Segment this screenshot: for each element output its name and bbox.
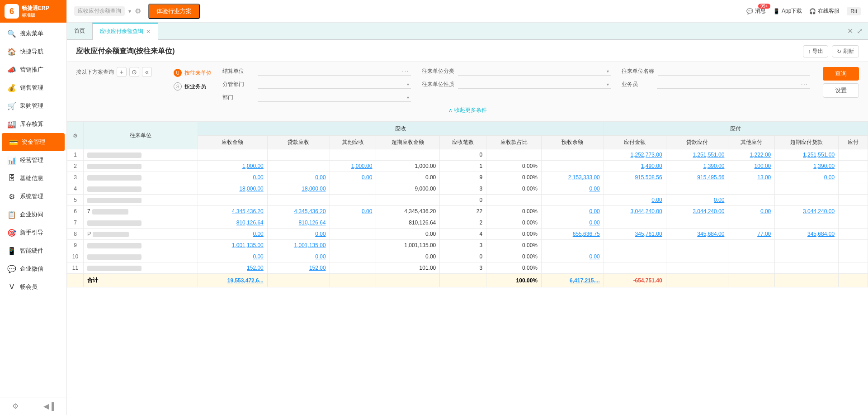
finance-icon: 💳 xyxy=(9,138,18,147)
sidebar-item-hardware[interactable]: 📱智能硬件 xyxy=(0,242,66,260)
settings-bottom-icon[interactable]: ⚙ xyxy=(12,402,19,410)
add-scheme-btn[interactable]: + xyxy=(117,67,127,77)
edit-scheme-btn[interactable]: ⊙ xyxy=(129,67,139,77)
message-button[interactable]: 💬 消息 99+ xyxy=(746,7,766,15)
sidebar: 6 畅捷通ERP 标准版 🔍搜索菜单🏠快捷导航📣营销推广💰销售管理🛒采购管理🏭库… xyxy=(0,0,67,415)
maximize-window-icon[interactable]: ⤢ xyxy=(857,27,863,35)
online-service-button[interactable]: 🎧 在线客服 xyxy=(809,7,840,15)
sidebar-item-guide[interactable]: 🎯新手引导 xyxy=(0,224,66,242)
footer-row: 合计 19,553,472,6... 100.00% 6,417,215....… xyxy=(67,274,868,287)
th-ap-overdue: 超期应付货款 xyxy=(775,136,839,149)
scheme-buttons: + ⊙ « xyxy=(117,67,152,77)
dept-managed-input[interactable]: ▾ xyxy=(258,80,411,89)
sidebar-item-quick-nav[interactable]: 🏠快捷导航 xyxy=(0,43,66,61)
field-unit-name: 往来单位名称 xyxy=(622,67,810,76)
sidebar-item-purchase[interactable]: 🛒采购管理 xyxy=(0,97,66,115)
export-button[interactable]: ↑ 导出 xyxy=(803,45,828,57)
sidebar-item-search-menu[interactable]: 🔍搜索菜单 xyxy=(0,24,66,43)
nav-option-by-unit[interactable]: U 按往来单位 xyxy=(170,67,215,79)
filter-collapse-btn[interactable]: ∧ 收起更多条件 xyxy=(76,105,859,116)
unit-nature-input[interactable]: ▾ xyxy=(458,80,610,89)
tab-ar-ap[interactable]: 应收应付余额查询 ✕ xyxy=(92,23,158,40)
app-download-button[interactable]: 📱 App下载 xyxy=(773,7,802,15)
refresh-button[interactable]: ↻ 刷新 xyxy=(832,45,859,57)
page-header: 应收应付余额查询(按往来单位) ↑ 导出 ↻ 刷新 xyxy=(67,40,868,62)
table-row: 21,000.001,000.001,000.0010.00%1,490.001… xyxy=(67,161,868,172)
field-dept-managed: 分管部门 ▾ xyxy=(222,80,411,89)
table-row: 101,252,773.001,251,551.001,222.001,251,… xyxy=(67,149,868,161)
tab-home[interactable]: 首页 xyxy=(67,23,92,40)
sidebar-nav: 🔍搜索菜单🏠快捷导航📣营销推广💰销售管理🛒采购管理🏭库存核算💳资金管理📊经营管理… xyxy=(0,23,66,397)
sidebar-item-marketing[interactable]: 📣营销推广 xyxy=(0,61,66,79)
filter-area: 按以下方案查询 + ⊙ « U 按往来单位 S 按业务员 xyxy=(67,62,868,122)
back-scheme-btn[interactable]: « xyxy=(142,67,152,77)
footer-ar-prepay[interactable]: 6,417,215.... xyxy=(541,274,604,287)
th-ap-remain: 应付 xyxy=(839,136,868,149)
corp-icon: 📋 xyxy=(7,210,16,219)
query-button[interactable]: 查询 xyxy=(823,67,859,81)
th-ar-ratio: 应收款占比 xyxy=(486,136,542,149)
th-ap-amount: 应付金额 xyxy=(604,136,666,149)
footer-ar-amount[interactable]: 19,553,472,6... xyxy=(198,274,268,287)
marketing-icon: 📣 xyxy=(7,65,16,74)
collapse-sidebar-icon[interactable]: ◀▐ xyxy=(43,402,54,410)
table-row: 500.000.00 xyxy=(67,195,868,206)
th-ar-other: 其他应收 xyxy=(330,136,376,149)
th-ar-overdue: 超期应收金额 xyxy=(376,136,440,149)
field-salesperson: 业务员 ··· xyxy=(622,80,810,89)
field-dept: 部门 ▾ xyxy=(222,93,411,102)
page-content: 应收应付余额查询(按往来单位) ↑ 导出 ↻ 刷新 按以下方案查询 + xyxy=(67,40,868,415)
dept-input[interactable]: ▾ xyxy=(258,93,411,102)
settlement-unit-input[interactable]: ··· xyxy=(258,67,411,76)
username-display[interactable]: Rit xyxy=(847,7,861,15)
tab-close-icon[interactable]: ✕ xyxy=(146,29,151,35)
export-icon: ↑ xyxy=(808,48,811,55)
gear-icon[interactable]: ⚙ xyxy=(135,7,141,15)
unit-category-input[interactable]: ▾ xyxy=(458,67,610,76)
operations-icon: 📊 xyxy=(7,156,16,165)
sidebar-item-system[interactable]: ⚙系统管理 xyxy=(0,187,66,205)
sidebar-item-sales[interactable]: 💰销售管理 xyxy=(0,79,66,97)
table-row: 8P0.000.000.0040.00%655,636.75345,761.00… xyxy=(67,229,868,240)
system-icon: ⚙ xyxy=(7,192,16,201)
sidebar-item-basic[interactable]: 🗄基础信息 xyxy=(0,169,66,187)
by-unit-icon: U xyxy=(174,69,182,77)
sidebar-item-finance[interactable]: 💳资金管理 xyxy=(2,133,65,151)
table-row: 11152.00152.00101.0030.00% xyxy=(67,262,868,274)
th-ar-prepay: 预收余额 xyxy=(541,136,604,149)
close-window-icon[interactable]: ✕ xyxy=(847,27,853,35)
quick-nav-icon: 🏠 xyxy=(7,47,16,56)
nav-option-by-staff[interactable]: S 按业务员 xyxy=(170,81,215,92)
warehouse-icon: 🏭 xyxy=(7,119,16,129)
salesperson-input[interactable]: ··· xyxy=(657,80,810,89)
footer-label: 合计 xyxy=(84,274,198,287)
table-row: 91,001,135.001,001,135.001,001,135.0030.… xyxy=(67,240,868,251)
th-settings[interactable]: ⚙ xyxy=(67,122,84,149)
settings-button[interactable]: 设置 xyxy=(823,83,859,98)
table-area: ⚙ 往来单位 应收 应付 应收金额 贷款应收 其他应收 超期应收金额 应收笔数 … xyxy=(67,122,868,415)
footer-ar-ratio: 100.00% xyxy=(486,274,542,287)
promo-button[interactable]: 体验行业方案 xyxy=(148,4,200,19)
data-table: ⚙ 往来单位 应收 应付 应收金额 贷款应收 其他应收 超期应收金额 应收笔数 … xyxy=(67,122,868,287)
header-left: 应收应付余额查询 ▾ ⚙ 体验行业方案 xyxy=(74,4,746,19)
search-menu-icon: 🔍 xyxy=(7,29,16,38)
member-icon: V xyxy=(7,282,16,291)
sales-icon: 💰 xyxy=(7,83,16,92)
sidebar-item-wechat[interactable]: 💬企业微信 xyxy=(0,260,66,278)
purchase-icon: 🛒 xyxy=(7,101,16,110)
filter-scheme-label: 按以下方案查询 xyxy=(76,68,114,76)
table-row: 100.000.000.0000.00%0.00 xyxy=(67,251,868,262)
sidebar-item-warehouse[interactable]: 🏭库存核算 xyxy=(0,115,66,133)
nav-options: U 按往来单位 S 按业务员 xyxy=(170,67,215,92)
query-set-area: 查询 设置 xyxy=(817,67,859,98)
sidebar-item-operations[interactable]: 📊经营管理 xyxy=(0,151,66,169)
th-ap-loan: 贷款应付 xyxy=(666,136,728,149)
wechat-icon: 💬 xyxy=(7,264,16,273)
unit-name-input[interactable] xyxy=(658,67,810,76)
chevron-down-icon[interactable]: ▾ xyxy=(128,8,131,14)
sidebar-item-corp[interactable]: 📋企业协同 xyxy=(0,205,66,224)
field-settlement-unit: 结算单位 ··· xyxy=(222,67,411,76)
sidebar-item-member[interactable]: V畅会员 xyxy=(0,278,66,296)
page-actions: ↑ 导出 ↻ 刷新 xyxy=(803,45,859,57)
logo-text: 畅捷通ERP 标准版 xyxy=(22,5,49,19)
